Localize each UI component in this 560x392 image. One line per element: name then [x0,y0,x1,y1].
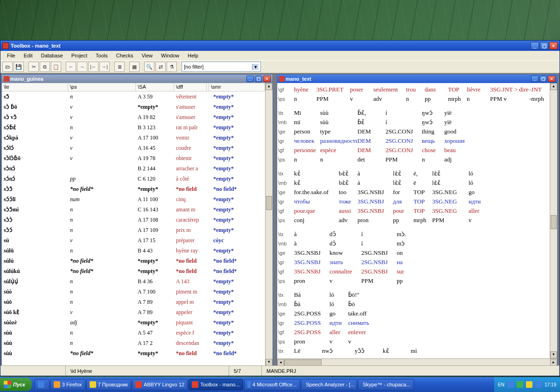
system-tray[interactable]: EN 17:19 [494,377,560,392]
tray-icon[interactable] [526,381,532,388]
toolbar-browse-icon[interactable]: ▦ [129,62,140,72]
scroll-up-icon[interactable]: ▴ [266,83,273,90]
table-row[interactable]: sɔ̀lɔ̀ɓōvA 19 78obtenir*empty* [2,153,265,163]
dictionary-titlebar[interactable]: mano_guinea _ ▢ × [2,75,273,83]
scroll-up-icon[interactable]: ▴ [550,83,557,90]
table-row[interactable]: sɔ̀ɔ̀nA 17 108caractèrep*empty* [2,215,265,225]
dict-maximize-button[interactable]: ▢ [255,76,262,82]
taskbar-item[interactable]: Skype™ - chupaca... [358,379,414,390]
table-row[interactable]: sɔ̄nA 3 59vêtement*empty* [2,91,265,102]
text-scrollbar-h[interactable]: ◂ ▸ [277,358,557,365]
table-row[interactable]: sɔ̀ vɔ̄vA 19 82s'amuser*empty* [2,112,265,122]
taskbar-item[interactable]: 4 Microsoft Office... [244,379,300,390]
mdi-client-area: mano_guinea _ ▢ × \le \ps \SA \dff \smr [0,73,560,365]
filter-dropdown[interactable]: [no filter] ▾ [182,62,261,72]
text-minimize-button[interactable]: _ [531,76,539,82]
maximize-button[interactable]: ▢ [540,42,548,49]
scroll-thumb[interactable] [551,215,557,229]
menu-checks[interactable]: Checks [112,52,137,59]
table-row[interactable]: súvA 17 15préparercóyc [2,235,265,245]
text-close-button[interactable]: × [548,76,555,82]
tray-lang[interactable]: EN [498,382,504,387]
table-row[interactable]: sɔ́lɔ́vA 16 45coudre*empty* [2,143,265,153]
table-row[interactable]: súōnA 7 89appel m*empty* [2,297,265,307]
text-titlebar[interactable]: mano_text _ ▢ × [277,75,557,83]
taskbar-item[interactable]: Toolbox - mano... [189,379,243,390]
header-dff[interactable]: \dff [174,83,207,91]
titlebar[interactable]: Toolbox - mano_text _ ▢ × [0,41,560,51]
table-row[interactable]: sɔ́nɔ́ppC 6 120à côté*empty* [2,174,265,184]
table-row[interactable]: súlụ̀ụ́nB 4 36A 143*empty* [2,276,265,287]
menu-edit[interactable]: Edit [20,52,36,59]
header-le[interactable]: \le [2,83,68,91]
scroll-down-icon[interactable]: ▾ [266,359,273,365]
toolbar-open-icon[interactable]: 🗁 [2,62,13,72]
header-ps[interactable]: \ps [68,83,136,91]
tray-icon[interactable] [535,381,542,388]
taskbar-item[interactable]: ABBYY Lingvo 12 [132,379,188,390]
menu-database[interactable]: Database [37,52,67,59]
menu-tools[interactable]: Tools [92,52,112,59]
toolbar-search-icon[interactable]: 🔍 [144,62,154,72]
tray-icon[interactable] [517,381,523,388]
scroll-thumb[interactable] [266,196,272,210]
menu-file[interactable]: File [3,52,19,59]
interlinear-text[interactable]: \gfhyène3SG.PRETposerseulementtroudansTO… [277,83,550,358]
toolbar-cut-icon[interactable]: ✂ [28,62,39,72]
table-row[interactable]: súlúkú*no field**empty**no field*no fiel… [2,266,265,276]
table-row[interactable]: sɔ̀ɔ̄*no field**empty**no field*no field… [2,184,265,194]
text-window: mano_text _ ▢ × \gfhyène3SG.PRETposerseu… [277,74,558,365]
toolbar-first-icon[interactable]: |← [88,62,98,72]
dict-body[interactable]: sɔ̄nA 3 59vêtement*empty*sɔ̀ ɓōv*empty*s… [2,91,265,365]
header-sa[interactable]: \SA [136,83,174,91]
dict-close-button[interactable]: × [263,76,271,82]
toolbar-save-icon[interactable]: 💾 [14,62,24,72]
close-button[interactable]: × [549,42,558,49]
text-scrollbar-v[interactable]: ▴ ▾ [550,83,557,358]
table-row[interactable]: sɔ̀ ɓōv*empty*s'amuser*empty* [2,102,265,112]
tray-icon[interactable] [507,381,514,388]
table-row[interactable]: súlú*no field**empty**no field*no field* [2,256,265,266]
scroll-left-icon[interactable]: ◂ [277,359,284,366]
menu-window[interactable]: Window [157,52,183,59]
table-row[interactable]: sɔ́kpávA 17 100vomir*empty* [2,133,265,143]
taskbar-item[interactable]: Speech Analyzer - [... [301,379,357,390]
scroll-thumb-h[interactable] [284,359,322,366]
toolbar-filter-icon[interactable]: ⚗ [167,62,177,72]
taskbar-item[interactable]: 3 Firefox [50,379,85,390]
taskbar-item[interactable] [35,379,49,390]
scroll-down-icon[interactable]: ▾ [550,351,557,358]
table-row[interactable]: sùùnA 17 2descendan*empty* [2,338,265,348]
taskbar-item[interactable]: 7 Проводник [86,379,131,390]
table-row[interactable]: sɔ́ɔ́līnumA 11 100cinq*empty* [2,194,265,204]
header-smr[interactable]: \smr [209,83,265,91]
table-row[interactable]: súònA 7 100piment m*empty* [2,287,265,297]
table-row[interactable]: súlūnB 4 43hyène ray*empty* [2,245,265,256]
dict-minimize-button[interactable]: _ [246,76,254,82]
menu-project[interactable]: Project [68,52,91,59]
toolbar-next-icon[interactable]: → [77,62,87,72]
minimize-button[interactable]: _ [531,42,539,49]
table-row[interactable]: súòzèadj*empty*piquant*empty* [2,317,265,328]
app-icon [247,381,251,388]
toolbar-interlinearize-icon[interactable]: ≣ [114,62,125,72]
table-row[interactable]: sùùnA 5 47espèce f*empty* [2,328,265,338]
toolbar-copy-icon[interactable]: ⧉ [40,62,50,72]
status-field-id: \id Hyène [66,366,229,376]
scroll-right-icon[interactable]: ▸ [550,359,557,366]
table-row[interactable]: sɔ̀ɔ̄mìnC 16 143amant m*empty* [2,204,265,215]
table-row[interactable]: súō kɛ̄vA 7 89appeler*empty* [2,307,265,317]
table-row[interactable]: sɔ́ɓɛ́nB 3 123rat m palr*empty* [2,122,265,133]
text-maximize-button[interactable]: ▢ [539,76,547,82]
menu-help[interactable]: Help [184,52,202,59]
toolbar-prev-icon[interactable]: ← [66,62,76,72]
toolbar-last-icon[interactable]: →| [99,62,110,72]
table-row[interactable]: sùù*no field**empty**no field*no field* [2,348,265,358]
toolbar-paste-icon[interactable]: 📋 [51,62,61,72]
toolbar-search-again-icon[interactable]: ⇄ [155,62,166,72]
menu-view[interactable]: View [138,52,156,59]
start-button[interactable]: Пуск [0,378,32,391]
table-row[interactable]: sɔ̀ɔ́nA 17 109prix m*empty* [2,225,265,235]
table-row[interactable]: sɔ̀nɔ́B 2 144arracher a*empty* [2,163,265,174]
dict-scrollbar[interactable]: ▴ ▾ [265,83,273,365]
